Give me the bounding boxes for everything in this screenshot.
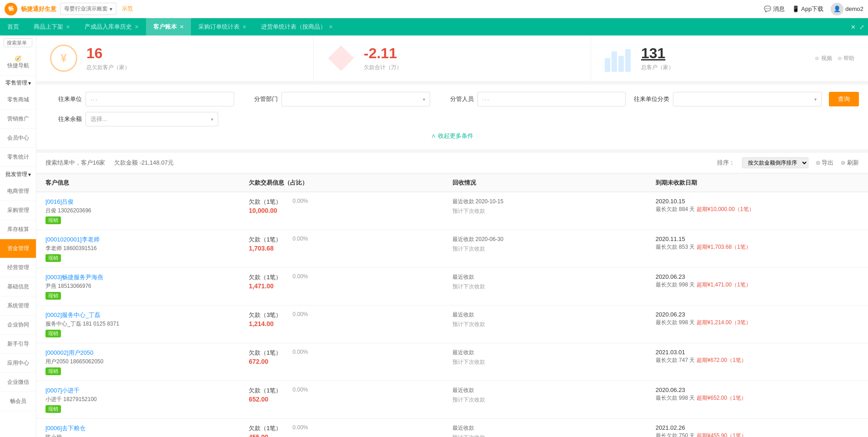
video-help-btn[interactable]: ⊙ 视频 bbox=[815, 55, 832, 62]
next-pay: 预计下次收款 bbox=[452, 283, 656, 291]
table-row: [0007]小进千 小进千 18279152100 现销 欠款（1笔） 652.… bbox=[36, 381, 868, 419]
chevron-down-icon: ▾ bbox=[814, 97, 817, 102]
debt-info-cell: 欠款（1笔） 455.90 0.00% bbox=[249, 424, 452, 437]
overdue-days: 最长欠款 750 天 超期¥455.90（1笔） bbox=[656, 432, 859, 437]
stat-value-debt-customers: 16 bbox=[86, 45, 130, 62]
stat-value-total-customers: 131 bbox=[641, 45, 674, 62]
tab-close-icon[interactable]: ✕ bbox=[329, 24, 333, 30]
sidebar-item-member[interactable]: 会员中心 bbox=[0, 129, 36, 148]
tab-close-icon[interactable]: ✕ bbox=[180, 24, 184, 30]
main-layout: 🧭 快捷导航 零售管理 ▾ 零售商城 营销推广 会员中心 零售统计 批发管理 ▾… bbox=[0, 35, 868, 437]
stat-label-debt-total: 欠款合计（万） bbox=[364, 64, 402, 71]
help-btn[interactable]: ⊙ 帮助 bbox=[838, 55, 854, 62]
overdue-link[interactable]: 超期¥10,000.00（1笔） bbox=[697, 206, 754, 212]
tab-home[interactable]: 首页 bbox=[0, 18, 26, 35]
next-pay: 预计下次收款 bbox=[452, 207, 656, 215]
message-icon: 💬 bbox=[764, 5, 771, 12]
stat-text-3: 131 总客户（家） bbox=[641, 45, 674, 71]
customer-name-link[interactable]: [0003]畅捷服务尹海燕 bbox=[45, 274, 103, 281]
tab-close-icon[interactable]: ✕ bbox=[242, 24, 246, 30]
sidebar-item-batch-mgmt[interactable]: 批发管理 ▾ bbox=[0, 167, 36, 182]
tab-produce[interactable]: 产成品入库单历史 ✕ bbox=[77, 18, 146, 35]
export-button[interactable]: ⊙ 导出 bbox=[816, 159, 834, 167]
sidebar-item-marketing[interactable]: 营销推广 bbox=[0, 110, 36, 129]
debt-count: 欠款（1笔） bbox=[249, 424, 281, 432]
tab-purchase-order[interactable]: 采购订单统计表 ✕ bbox=[191, 18, 254, 35]
overdue-link[interactable]: 超期¥1,214.00（3笔） bbox=[697, 319, 751, 326]
unit-category-select[interactable]: ▾ bbox=[673, 92, 822, 106]
tab-customer[interactable]: 客户账本 ✕ bbox=[146, 18, 191, 35]
table-row: [0001020001]李老师 李老师 18600391516 现销 欠款（1笔… bbox=[36, 230, 868, 268]
app-download-button[interactable]: 📱 App下载 bbox=[792, 5, 823, 13]
sidebar-item-ecommerce[interactable]: 电商管理 bbox=[0, 182, 36, 201]
customer-name-link[interactable]: [0002]服务中心_丁磊 bbox=[45, 311, 100, 318]
sidebar-item-member-vip[interactable]: 畅会员 bbox=[0, 392, 36, 411]
last-pay: 最近收款 2020-10-15 bbox=[452, 198, 656, 206]
due-date-cell: 2020.10.15 最长欠款 884 天 超期¥10,000.00（1笔） bbox=[656, 198, 859, 213]
overdue-link[interactable]: 超期¥672.00（1笔） bbox=[697, 357, 747, 363]
customer-name-link[interactable]: [000002]用户2050 bbox=[45, 349, 94, 356]
sidebar-item-system[interactable]: 系统管理 bbox=[0, 296, 36, 316]
sidebar-item-finance[interactable]: 资金管理 bbox=[0, 239, 36, 258]
overdue-link[interactable]: 超期¥652.00（1笔） bbox=[697, 395, 747, 401]
overdue-link[interactable]: 超期¥1,703.68（1笔） bbox=[697, 244, 751, 250]
tab-close-icon[interactable]: ✕ bbox=[66, 24, 70, 30]
filter-label-balance: 往来余额 bbox=[45, 115, 82, 123]
stat-card-total-customers: 131 总客户（家） ⊙ 视频 ⊙ 帮助 bbox=[591, 35, 868, 81]
sidebar-item-inventory[interactable]: 库存核算 bbox=[0, 220, 36, 239]
nav-maximize-icon[interactable]: ⤢ bbox=[859, 24, 864, 30]
sidebar-item-ops[interactable]: 经营管理 bbox=[0, 258, 36, 277]
refresh-button[interactable]: ⊙ 刷新 bbox=[841, 159, 859, 167]
dept-select[interactable]: ▾ bbox=[281, 92, 430, 106]
sidebar-item-quick-nav[interactable]: 🧭 快捷导航 bbox=[0, 50, 36, 75]
recovery-cell: 最近收款 预计下次收款 bbox=[452, 349, 656, 366]
overdue-link[interactable]: 超期¥455.90（1笔） bbox=[697, 432, 747, 437]
sidebar-item-basic-info[interactable]: 基础信息 bbox=[0, 277, 36, 296]
search-input[interactable] bbox=[4, 38, 32, 47]
tab-goods[interactable]: 商品上下架 ✕ bbox=[26, 18, 77, 35]
filter-label-source-unit: 往来单位 bbox=[45, 95, 82, 103]
chevron-down-icon: ▾ bbox=[110, 6, 112, 12]
due-date-cell: 2020.06.23 最长欠款 998 天 超期¥1,471.00（1笔） bbox=[656, 273, 859, 289]
customer-phone: 用户2050 18665062050 bbox=[45, 358, 249, 366]
query-button[interactable]: 查询 bbox=[829, 92, 859, 106]
store-selector[interactable]: 母婴行业演示账套 ▾ bbox=[60, 3, 116, 15]
sidebar-search-area bbox=[0, 35, 36, 50]
customer-name-link[interactable]: [0006]去下粮仓 bbox=[45, 425, 85, 432]
nav-close-all-icon[interactable]: ✕ bbox=[851, 24, 856, 30]
sidebar-item-enterprise-wechat[interactable]: 企业微信 bbox=[0, 373, 36, 392]
sidebar-item-enterprise[interactable]: 企业协同 bbox=[0, 316, 36, 335]
tab-close-icon[interactable]: ✕ bbox=[135, 24, 139, 30]
sidebar-item-new-guide[interactable]: 新手引导 bbox=[0, 335, 36, 354]
manager-input[interactable]: ··· bbox=[477, 92, 626, 106]
sidebar-item-retail-stats[interactable]: 零售统计 bbox=[0, 148, 36, 167]
app-logo-text: 畅捷通好生意 bbox=[21, 5, 56, 13]
customer-name-link[interactable]: [0007]小进千 bbox=[45, 387, 80, 394]
filter-label-dept: 分管部门 bbox=[241, 95, 278, 103]
sidebar-item-retail-mall[interactable]: 零售商城 bbox=[0, 90, 36, 110]
tab-instock-stats[interactable]: 进货单统计表（按商品） ✕ bbox=[254, 18, 340, 35]
balance-select[interactable]: 选择... ▾ bbox=[85, 112, 218, 126]
stat-text-2: -2.11 欠款合计（万） bbox=[364, 45, 402, 71]
user-avatar[interactable]: 👤 demo2 bbox=[831, 3, 863, 15]
filter-row-1: 往来单位 ··· 分管部门 ▾ 分管人员 ··· bbox=[45, 92, 859, 106]
debt-info-cell: 欠款（3笔） 1,214.00 0.00% bbox=[249, 311, 452, 327]
customer-name-link[interactable]: [0016]吕俊 bbox=[45, 198, 74, 205]
export-icon: ⊙ bbox=[816, 159, 820, 166]
sidebar-item-retail-mgmt[interactable]: 零售管理 ▾ bbox=[0, 75, 36, 90]
message-button[interactable]: 💬 消息 bbox=[764, 5, 785, 13]
customer-tag: 现销 bbox=[45, 330, 61, 337]
overdue-link[interactable]: 超期¥1,471.00（1笔） bbox=[697, 281, 751, 288]
sidebar-item-purchase[interactable]: 采购管理 bbox=[0, 201, 36, 220]
source-unit-input[interactable]: ··· bbox=[85, 92, 234, 106]
chevron-down-icon: ▾ bbox=[28, 80, 31, 86]
debt-count: 欠款（1笔） bbox=[249, 236, 281, 244]
customer-info-cell: [000002]用户2050 用户2050 18665062050 现销 bbox=[45, 349, 249, 375]
collapse-filters-button[interactable]: ∧ 收起更多条件 bbox=[45, 130, 859, 142]
overdue-days: 最长欠款 747 天 超期¥672.00（1笔） bbox=[656, 357, 859, 364]
debt-amount: 1,471.00 bbox=[249, 282, 281, 290]
sort-select[interactable]: 按欠款金额倒序排序按欠款金额正序排序 bbox=[742, 157, 808, 168]
customer-name-link[interactable]: [0001020001]李老师 bbox=[45, 236, 100, 243]
sidebar-item-app-center[interactable]: 应用中心 bbox=[0, 354, 36, 373]
due-date: 2020.06.23 bbox=[656, 311, 859, 318]
